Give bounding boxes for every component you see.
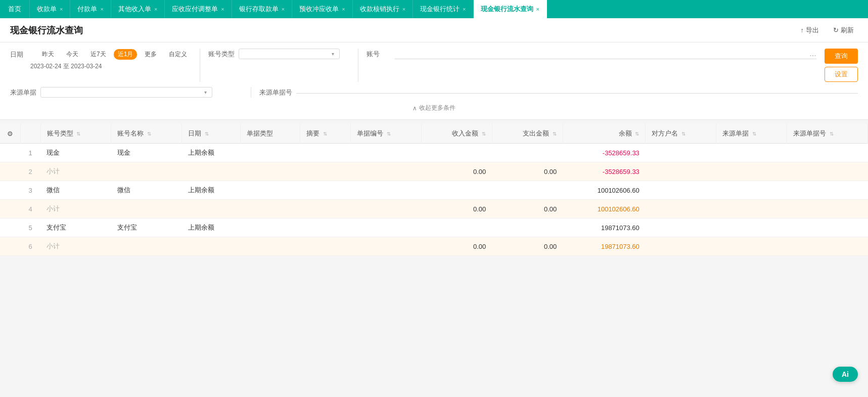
cell-source-doc — [716, 181, 787, 200]
cell-income — [421, 218, 492, 237]
settings-button[interactable]: 设置 — [825, 67, 858, 82]
col-source-doc-no[interactable]: 来源单据号 ⇅ — [787, 124, 868, 144]
cell-balance: -3528659.33 — [563, 144, 646, 162]
close-icon[interactable]: × — [342, 6, 345, 12]
account-label: 账号 — [367, 50, 391, 59]
cell-income — [421, 181, 492, 200]
cell-source-doc-no — [787, 218, 868, 237]
col-gear[interactable]: ⚙ — [0, 124, 20, 144]
cell-account-name — [111, 200, 182, 218]
refresh-button[interactable]: ↻ 刷新 — [829, 24, 858, 37]
cell-summary — [300, 162, 350, 181]
account-input-wrapper: … — [395, 49, 816, 59]
col-expense[interactable]: 支出金额 ⇅ — [492, 124, 563, 144]
close-icon[interactable]: × — [282, 6, 285, 12]
divider-3 — [251, 87, 251, 98]
date-btn-custom[interactable]: 自定义 — [164, 49, 192, 60]
cell-counterpart — [646, 237, 716, 256]
collapse-bar[interactable]: ∧ 收起更多条件 — [10, 101, 858, 113]
search-button[interactable]: 查询 — [825, 49, 858, 64]
close-icon[interactable]: × — [60, 6, 63, 12]
nav-tab-8[interactable]: 现金银行流水查询 × — [474, 0, 547, 18]
cell-no: 2 — [20, 162, 40, 181]
cell-source-doc — [716, 237, 787, 256]
cell-gear — [0, 218, 20, 237]
col-summary[interactable]: 摘要 ⇅ — [300, 124, 350, 144]
sort-icon: ⇅ — [323, 131, 327, 137]
col-income[interactable]: 收入金额 ⇅ — [421, 124, 492, 144]
nav-tab-2[interactable]: 其他收入单 × — [111, 0, 165, 18]
cell-income: 0.00 — [421, 237, 492, 256]
date-btn-yesterday[interactable]: 昨天 — [37, 49, 59, 60]
col-doc-no[interactable]: 单据编号 ⇅ — [351, 124, 422, 144]
nav-tab-6[interactable]: 收款核销执行 × — [353, 0, 413, 18]
table-row: 5 支付宝 支付宝 上期余额 19871073.60 — [0, 218, 868, 237]
chevron-up-icon: ∧ — [413, 105, 417, 112]
date-btn-7days[interactable]: 近7天 — [86, 49, 111, 60]
cell-date — [182, 162, 241, 181]
account-type-select[interactable]: ▾ — [239, 49, 340, 59]
sort-icon: ⇅ — [76, 131, 80, 137]
divider-2 — [358, 49, 358, 82]
cell-account-type: 小计 — [40, 162, 111, 181]
col-account-name[interactable]: 账号名称 ⇅ — [111, 124, 182, 144]
cell-counterpart — [646, 144, 716, 162]
date-range-text: 2023-02-24 至 2023-03-24 — [30, 63, 102, 70]
cell-counterpart — [646, 200, 716, 218]
table-row: 4 小计 0.00 0.00 100102606.60 — [0, 200, 868, 218]
chevron-down-icon: ▾ — [332, 51, 334, 57]
account-dots-button[interactable]: … — [809, 50, 816, 58]
date-btn-1month[interactable]: 近1月 — [114, 49, 138, 60]
cell-account-name — [111, 237, 182, 256]
cell-no: 4 — [20, 200, 40, 218]
gear-icon[interactable]: ⚙ — [7, 130, 13, 138]
cell-doc-no — [351, 218, 422, 237]
table-container: ⚙ 账号类型 ⇅ 账号名称 ⇅ 日期 ⇅ 单据类型 — [0, 124, 868, 256]
close-icon[interactable]: × — [463, 6, 466, 12]
col-doc-type[interactable]: 单据类型 — [241, 124, 300, 144]
cell-gear — [0, 144, 20, 162]
source-doc-no-label: 来源单据号 — [259, 88, 292, 97]
cell-doc-type — [241, 162, 300, 181]
close-icon[interactable]: × — [402, 6, 405, 12]
cell-summary — [300, 218, 350, 237]
cell-balance: -3528659.33 — [563, 162, 646, 181]
nav-tab-1[interactable]: 付款单 × — [70, 0, 111, 18]
cell-summary — [300, 200, 350, 218]
close-icon[interactable]: × — [221, 6, 224, 12]
col-balance[interactable]: 余额 ⇅ — [563, 124, 646, 144]
col-source-doc[interactable]: 来源单据 ⇅ — [716, 124, 787, 144]
cell-account-type: 微信 — [40, 181, 111, 200]
col-date[interactable]: 日期 ⇅ — [182, 124, 241, 144]
close-icon[interactable]: × — [154, 6, 157, 12]
date-btn-more[interactable]: 更多 — [140, 49, 161, 60]
nav-tab-5[interactable]: 预收冲应收单 × — [292, 0, 352, 18]
header-actions: ↑ 导出 ↻ 刷新 — [797, 24, 858, 37]
nav-tab-3[interactable]: 应收应付调整单 × — [165, 0, 232, 18]
cell-doc-no — [351, 162, 422, 181]
sort-icon: ⇅ — [205, 131, 209, 137]
nav-home[interactable]: 首页 — [0, 0, 30, 18]
cell-counterpart — [646, 181, 716, 200]
cell-account-type: 现金 — [40, 144, 111, 162]
cell-account-type: 小计 — [40, 237, 111, 256]
cell-balance: 100102606.60 — [563, 181, 646, 200]
col-account-type[interactable]: 账号类型 ⇅ — [40, 124, 111, 144]
col-counterpart[interactable]: 对方户名 ⇅ — [646, 124, 716, 144]
data-table: ⚙ 账号类型 ⇅ 账号名称 ⇅ 日期 ⇅ 单据类型 — [0, 124, 868, 256]
cell-source-doc-no — [787, 181, 868, 200]
sort-icon: ⇅ — [387, 131, 391, 137]
date-btn-today[interactable]: 今天 — [62, 49, 83, 60]
export-icon: ↑ — [801, 26, 804, 34]
cell-balance: 19871073.60 — [563, 218, 646, 237]
close-icon[interactable]: × — [100, 6, 103, 12]
nav-tab-7[interactable]: 现金银行统计 × — [413, 0, 473, 18]
source-doc-select[interactable]: ▾ — [40, 87, 212, 98]
nav-tab-4[interactable]: 银行存取款单 × — [232, 0, 292, 18]
close-icon[interactable]: × — [536, 6, 539, 12]
cell-balance: 100102606.60 — [563, 200, 646, 218]
nav-tab-0[interactable]: 收款单 × — [30, 0, 70, 18]
export-button[interactable]: ↑ 导出 — [797, 24, 824, 37]
refresh-icon: ↻ — [833, 26, 839, 34]
cell-doc-no — [351, 144, 422, 162]
